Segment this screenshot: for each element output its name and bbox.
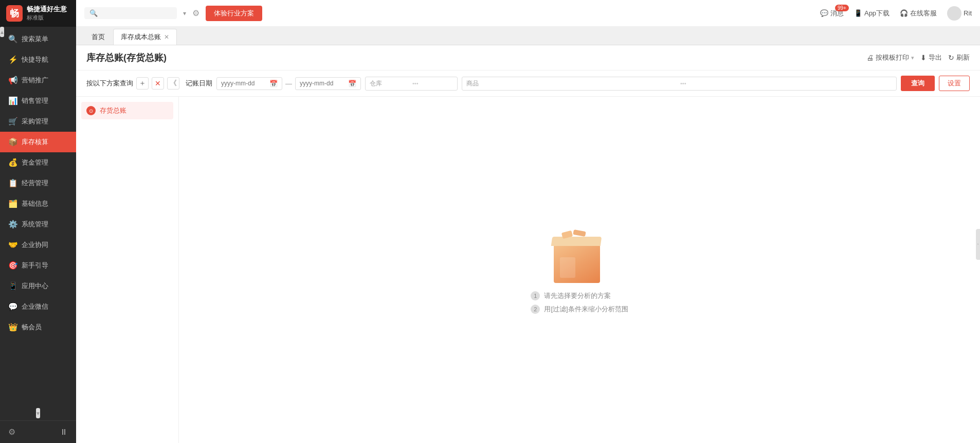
messages-item[interactable]: 💬 消息 99+ [820, 9, 844, 18]
tab-inventory-cost[interactable]: 库存成本总账 ✕ [113, 29, 177, 45]
appstore-icon: 📱 [8, 281, 17, 291]
page-actions: 🖨 按模板打印 ▾ ⬇ 导出 ↻ 刷新 [866, 53, 970, 62]
warehouse-more-icon[interactable]: ••• [412, 80, 453, 86]
marketing-icon: 📢 [8, 76, 17, 85]
sidebar-item-operation[interactable]: 📋 经营管理 [0, 173, 76, 193]
sidebar-item-finance[interactable]: 💰 资金管理 [0, 152, 76, 173]
finance-icon: 💰 [8, 158, 17, 167]
sidebar-item-appstore[interactable]: 📱 应用中心 [0, 276, 76, 296]
topbar-search-box[interactable]: 🔍 [84, 7, 177, 19]
app-edition: 标准版 [27, 14, 67, 21]
topbar-right: 💬 消息 99+ 📱 App下载 🎧 在线客服 Rit [820, 6, 972, 21]
remove-filter-btn[interactable]: ✕ [152, 77, 164, 90]
query-btn[interactable]: 查询 [901, 76, 935, 91]
main-area: 🔍 ▾ ⚙ 体验行业方案 💬 消息 99+ 📱 App下载 🎧 在线客服 Rit [76, 0, 980, 443]
online-service-item[interactable]: 🎧 在线客服 [900, 9, 937, 18]
sidebar-item-base[interactable]: 🗂️ 基础信息 [0, 193, 76, 214]
sidebar-item-sales[interactable]: 📊 销售管理 [0, 91, 76, 111]
collapse-icon[interactable]: ⏸ [60, 428, 68, 437]
print-dropdown-icon[interactable]: ▾ [911, 55, 914, 61]
topbar-search-icon: 🔍 [89, 9, 98, 17]
sidebar-label-appstore: 应用中心 [22, 281, 48, 291]
filter-scheme-group: 按以下方案查询 ＋ ✕ 《 [86, 77, 179, 90]
user-avatar [947, 6, 961, 21]
service-icon: 🎧 [900, 9, 908, 17]
product-more-icon[interactable]: ••• [680, 80, 892, 86]
calendar-start-icon[interactable]: 📅 [269, 80, 278, 87]
empty-illustration [543, 226, 615, 283]
calendar-end-icon[interactable]: 📅 [348, 80, 356, 87]
tabbar: 首页 库存成本总账 ✕ [76, 27, 980, 45]
side-collapse-handle[interactable]: › [976, 229, 980, 260]
user-item[interactable]: Rit [947, 6, 972, 21]
date-end-input[interactable]: 📅 [295, 77, 361, 90]
sidebar-footer: ⚙ ⏸ [0, 420, 76, 443]
sidebar-label-vip: 畅会员 [22, 323, 42, 332]
tab-home[interactable]: 首页 [84, 29, 112, 45]
operation-icon: 📋 [8, 179, 17, 188]
scroll-down-btn[interactable]: ▼ [36, 408, 40, 418]
filter-left-panel: ⊙ 存货总账 [76, 97, 179, 443]
empty-hints: 1 请先选择要分析的方案 2 用[过滤]条件来缩小分析范围 [531, 291, 628, 314]
date-start-field[interactable] [221, 80, 267, 87]
hint-item-1: 1 请先选择要分析的方案 [531, 291, 628, 300]
sidebar-item-purchase[interactable]: 🛒 采购管理 [0, 111, 76, 132]
sidebar-item-quick[interactable]: ⚡ 快捷导航 [0, 49, 76, 70]
collapse-filter-btn[interactable]: 《 [167, 77, 179, 90]
sales-icon: 📊 [8, 96, 17, 105]
sidebar-label-inventory: 库存核算 [22, 137, 48, 147]
tab-home-label: 首页 [92, 32, 105, 42]
sidebar-item-guide[interactable]: 🎯 新手引导 [0, 255, 76, 276]
date-end-field[interactable] [300, 80, 346, 87]
page-title: 库存总账(存货总账) [86, 51, 167, 64]
content-area: 库存总账(存货总账) 🖨 按模板打印 ▾ ⬇ 导出 ↻ 刷新 [76, 45, 980, 443]
topbar-search-input[interactable] [101, 9, 152, 17]
topbar-dropdown-icon[interactable]: ▾ [183, 10, 186, 17]
industry-btn[interactable]: 体验行业方案 [206, 6, 262, 21]
filter-item-inventory-ledger[interactable]: ⊙ 存货总账 [81, 102, 173, 119]
purchase-icon: 🛒 [8, 117, 17, 126]
lightning-icon: ⚡ [8, 55, 17, 64]
sidebar-item-search[interactable]: 🔍 搜索菜单 [0, 29, 76, 49]
print-btn[interactable]: 🖨 按模板打印 ▾ [866, 53, 914, 62]
box-highlight [560, 257, 575, 278]
sidebar-item-inventory[interactable]: 📦 库存核算 [0, 132, 76, 152]
cooperation-icon: 🤝 [8, 240, 17, 250]
filter-actions: ＋ ✕ 《 [136, 77, 179, 90]
date-start-input[interactable]: 📅 [216, 77, 282, 90]
sidebar-label-quick: 快捷导航 [22, 55, 48, 64]
product-select[interactable]: 商品 ••• [462, 77, 897, 91]
warehouse-label: 仓库 [370, 79, 410, 88]
messages-icon: 💬 [820, 9, 828, 17]
filter-item-label: 存货总账 [100, 106, 126, 115]
app-download-label: App下载 [864, 9, 890, 18]
warehouse-select[interactable]: 仓库 ••• [365, 77, 458, 91]
add-filter-btn[interactable]: ＋ [136, 77, 149, 90]
guide-icon: 🎯 [8, 261, 17, 270]
box-paper2 [573, 229, 586, 236]
scroll-up-btn[interactable]: ▲ [0, 27, 4, 37]
sidebar-item-weixin[interactable]: 💬 企业微信 [0, 296, 76, 317]
export-btn[interactable]: ⬇ 导出 [920, 53, 942, 62]
base-icon: 🗂️ [8, 199, 17, 208]
hint-text-2: 用[过滤]条件来缩小分析范围 [544, 305, 628, 314]
data-area: 1 请先选择要分析的方案 2 用[过滤]条件来缩小分析范围 [179, 97, 980, 443]
filter-panel: ⊙ 存货总账 [76, 97, 980, 443]
refresh-btn[interactable]: ↻ 刷新 [948, 53, 970, 62]
tab-close-icon[interactable]: ✕ [164, 34, 169, 40]
settings-btn[interactable]: 设置 [939, 76, 970, 91]
sidebar-item-marketing[interactable]: 📢 营销推广 [0, 70, 76, 91]
sidebar-label-base: 基础信息 [22, 199, 48, 208]
sidebar-label-operation: 经营管理 [22, 179, 48, 188]
sidebar-item-vip[interactable]: 👑 畅会员 [0, 317, 76, 338]
settings-icon[interactable]: ⚙ [8, 427, 15, 437]
date-range-group: 📅 — 📅 [216, 77, 361, 90]
sidebar-label-purchase: 采购管理 [22, 117, 48, 126]
topbar-settings-icon[interactable]: ⚙ [192, 8, 199, 18]
sidebar-item-system[interactable]: ⚙️ 系统管理 [0, 214, 76, 235]
tab-inventory-cost-label: 库存成本总账 [121, 32, 161, 42]
system-icon: ⚙️ [8, 220, 17, 229]
sidebar-nav: 🔍 搜索菜单 ⚡ 快捷导航 📢 营销推广 📊 销售管理 🛒 采购管理 📦 库存核… [0, 27, 76, 406]
app-download-item[interactable]: 📱 App下载 [854, 9, 890, 18]
sidebar-item-cooperation[interactable]: 🤝 企业协同 [0, 235, 76, 255]
